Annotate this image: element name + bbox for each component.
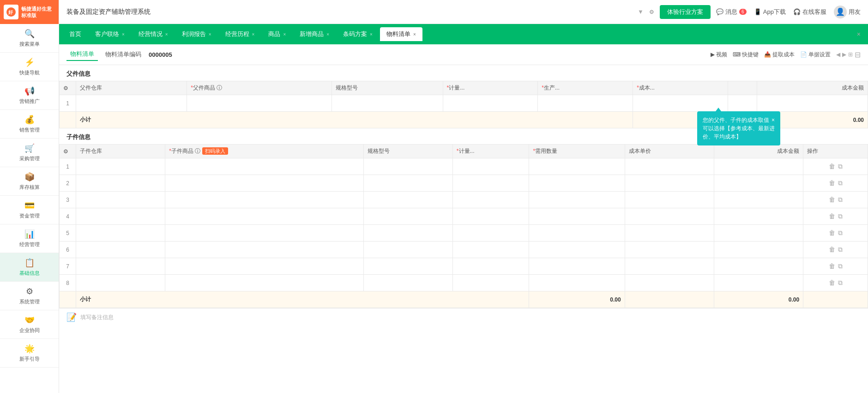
sidebar-item-purchase[interactable]: 🛒 采购管理: [0, 139, 59, 167]
child-row-5-warehouse[interactable]: [76, 225, 165, 242]
child-row-3-spec[interactable]: [363, 192, 452, 208]
sidebar-item-enterprise[interactable]: 🤝 企业协同: [0, 310, 59, 339]
copy-row-2-icon[interactable]: ⧉: [838, 179, 843, 187]
child-row-2-warehouse[interactable]: [76, 175, 165, 192]
child-row-8-unit[interactable]: [452, 275, 529, 291]
child-row-1-unit[interactable]: [452, 158, 529, 175]
child-row-2-unit-cost[interactable]: [625, 175, 714, 192]
tab-history-close[interactable]: ×: [252, 32, 255, 37]
child-row-2-qty[interactable]: [529, 175, 625, 192]
parent-th-settings[interactable]: ⚙: [60, 81, 76, 95]
tab-bom[interactable]: 物料清单 ×: [380, 27, 422, 41]
copy-row-3-icon[interactable]: ⧉: [838, 196, 843, 204]
scan-badge[interactable]: 扫码录入: [202, 147, 228, 155]
child-row-7-unit[interactable]: [452, 258, 529, 275]
child-row-3-unit-cost[interactable]: [625, 192, 714, 208]
child-row-2-spec[interactable]: [363, 175, 452, 192]
child-row-1-spec[interactable]: [363, 158, 452, 175]
child-row-3-unit[interactable]: [452, 192, 529, 208]
child-row-1-unit-cost[interactable]: [625, 158, 714, 175]
delete-row-6-icon[interactable]: 🗑: [829, 246, 835, 254]
child-row-7-unit-cost[interactable]: [625, 258, 714, 275]
child-row-8-unit-cost[interactable]: [625, 275, 714, 291]
child-row-4-warehouse[interactable]: [76, 208, 165, 225]
delete-row-5-icon[interactable]: 🗑: [829, 229, 835, 237]
child-row-5-qty[interactable]: [529, 225, 625, 242]
tab-bom-close[interactable]: ×: [413, 32, 416, 37]
sidebar-item-quick-nav[interactable]: ⚡ 快捷导航: [0, 53, 59, 81]
child-row-2-unit[interactable]: [452, 175, 529, 192]
next-btn[interactable]: ▶: [842, 51, 846, 58]
child-row-7-goods[interactable]: [165, 258, 363, 275]
parent-row-1-spec[interactable]: [332, 95, 443, 112]
child-row-7-warehouse[interactable]: [76, 258, 165, 275]
sub-tab-bom[interactable]: 物料清单: [66, 48, 98, 61]
child-row-4-spec[interactable]: [363, 208, 452, 225]
child-row-3-warehouse[interactable]: [76, 192, 165, 208]
delete-row-1-icon[interactable]: 🗑: [829, 163, 835, 170]
child-row-3-qty[interactable]: [529, 192, 625, 208]
child-th-settings[interactable]: ⚙: [60, 145, 76, 158]
sidebar-item-marketing[interactable]: 📢 营销推广: [0, 81, 59, 110]
parent-row-1-goods[interactable]: [187, 95, 332, 112]
child-row-6-goods[interactable]: [165, 242, 363, 258]
delete-row-2-icon[interactable]: 🗑: [829, 179, 835, 187]
delete-row-4-icon[interactable]: 🗑: [829, 212, 835, 220]
child-row-1-goods[interactable]: [165, 158, 363, 175]
child-row-6-spec[interactable]: [363, 242, 452, 258]
sidebar-item-search[interactable]: 🔍 搜索菜单: [0, 24, 59, 53]
tab-goods[interactable]: 商品 ×: [262, 27, 292, 41]
tab-customer[interactable]: 客户联络 ×: [89, 27, 131, 41]
sidebar-item-system[interactable]: ⚙ 系统管理: [0, 282, 59, 310]
child-row-6-qty[interactable]: [529, 242, 625, 258]
tab-new-goods[interactable]: 新增商品 ×: [293, 27, 336, 41]
app-download-action[interactable]: 📱 App下载: [754, 8, 786, 16]
tab-customer-close[interactable]: ×: [122, 32, 125, 37]
close-all-tabs[interactable]: ×: [853, 30, 864, 38]
child-row-8-goods[interactable]: [165, 275, 363, 291]
parent-row-1-warehouse[interactable]: [76, 95, 187, 112]
child-row-2-goods[interactable]: [165, 175, 363, 192]
sidebar-item-inventory[interactable]: 📦 库存核算: [0, 167, 59, 196]
child-row-5-unit[interactable]: [452, 225, 529, 242]
child-row-4-unit-cost[interactable]: [625, 208, 714, 225]
copy-row-4-icon[interactable]: ⧉: [838, 212, 843, 220]
child-row-5-unit-cost[interactable]: [625, 225, 714, 242]
experience-btn[interactable]: 体验行业方案: [660, 5, 711, 19]
child-row-4-unit[interactable]: [452, 208, 529, 225]
tab-new-goods-close[interactable]: ×: [326, 32, 329, 37]
child-row-7-qty[interactable]: [529, 258, 625, 275]
child-row-6-unit-cost[interactable]: [625, 242, 714, 258]
copy-row-5-icon[interactable]: ⧉: [838, 229, 843, 237]
tab-profit-close[interactable]: ×: [209, 32, 211, 37]
user-action[interactable]: 👤 用友: [834, 6, 861, 18]
tooltip-close-btn[interactable]: ×: [772, 116, 775, 124]
child-row-6-unit[interactable]: [452, 242, 529, 258]
tab-operations[interactable]: 经营情况 ×: [132, 27, 175, 41]
sidebar-item-guide[interactable]: 🌟 新手引导: [0, 339, 59, 368]
child-row-8-qty[interactable]: [529, 275, 625, 291]
child-row-4-qty[interactable]: [529, 208, 625, 225]
sidebar-item-operations[interactable]: 📊 经营管理: [0, 224, 59, 253]
child-row-8-spec[interactable]: [363, 275, 452, 291]
child-row-1-warehouse[interactable]: [76, 158, 165, 175]
sidebar-item-basic-info[interactable]: 📋 基础信息: [0, 253, 59, 282]
child-row-3-goods[interactable]: [165, 192, 363, 208]
tab-profit[interactable]: 利润报告 ×: [175, 27, 218, 41]
online-service-action[interactable]: 🎧 在线客服: [793, 8, 826, 16]
parent-row-1-cost[interactable]: [633, 95, 728, 112]
tab-operations-close[interactable]: ×: [165, 32, 168, 37]
extract-cost-action[interactable]: 📥 提取成本: [764, 51, 795, 59]
parent-row-1-produce[interactable]: [538, 95, 633, 112]
copy-row-8-icon[interactable]: ⧉: [838, 279, 843, 287]
tab-home[interactable]: 首页: [63, 27, 88, 41]
sidebar-item-sales[interactable]: 💰 销售管理: [0, 110, 59, 139]
delete-row-7-icon[interactable]: 🗑: [829, 262, 835, 270]
copy-row-7-icon[interactable]: ⧉: [838, 262, 843, 270]
prev-btn[interactable]: ◀: [836, 51, 840, 58]
child-row-5-spec[interactable]: [363, 225, 452, 242]
tab-goods-close[interactable]: ×: [283, 32, 286, 37]
sidebar-item-finance[interactable]: 💳 资金管理: [0, 196, 59, 224]
message-action[interactable]: 💬 消息 6: [716, 8, 747, 16]
child-row-4-goods[interactable]: [165, 208, 363, 225]
